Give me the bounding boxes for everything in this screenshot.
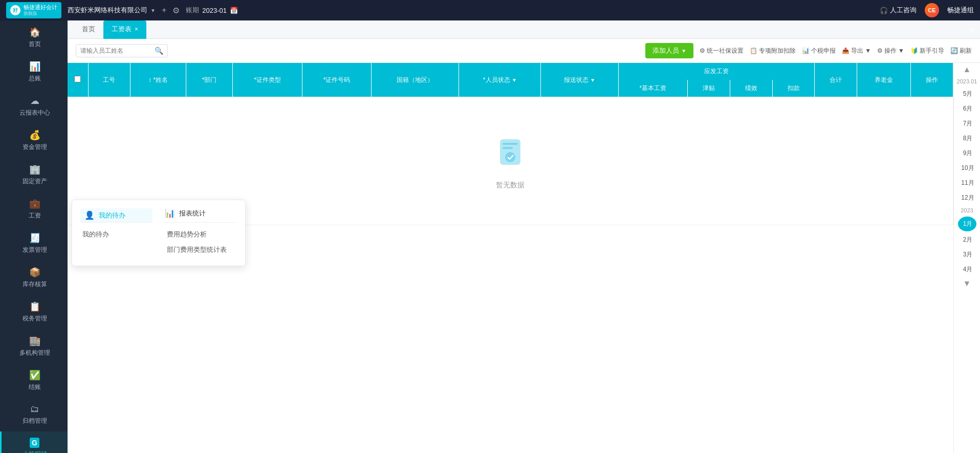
invoice-icon: 🧾 — [29, 232, 40, 244]
report-status-header: 报送状态 ▼ — [541, 63, 618, 97]
month-item-1[interactable]: 1月 — [958, 217, 976, 231]
multi-org-icon: 🏬 — [29, 335, 40, 347]
month-item-2[interactable]: 2月 — [954, 232, 980, 247]
settings-button[interactable]: ⚙ — [172, 6, 180, 15]
sidebar-item-label: 发票管理 — [23, 246, 47, 254]
number-header: 工号 — [88, 63, 130, 97]
window-close-button[interactable]: × — [969, 25, 974, 34]
month-item-4[interactable]: 4月 — [954, 262, 980, 277]
guide-button[interactable]: 🔰 新手引导 — [910, 47, 944, 55]
status-filter-icon[interactable]: ▼ — [512, 77, 517, 83]
add-person-button[interactable]: 添加人员 ▼ — [645, 43, 693, 58]
year-2023-label: 2023 — [959, 205, 975, 215]
special-deduction-button[interactable]: 📋 专项附加扣除 — [750, 47, 796, 55]
home-icon: 🏠 — [29, 27, 40, 38]
sidebar-item-fund[interactable]: 💰 资金管理 — [0, 123, 68, 158]
tab-close-icon[interactable]: × — [135, 26, 138, 33]
report-icon: 📊 — [165, 208, 175, 218]
empty-text: 暂无数据 — [496, 181, 525, 190]
personal-tax-button[interactable]: 📊 个税申报 — [802, 47, 836, 55]
tax-icon: 📋 — [29, 301, 40, 312]
popup-column-todo: 👤 我的待办 我的待办 — [80, 208, 153, 257]
tax-report-icon: 📊 — [802, 47, 810, 54]
company-selector[interactable]: 西安虾米网络科技有限公司 ▼ — [68, 6, 156, 15]
help-button[interactable]: 🎧 人工咨询 — [880, 6, 917, 15]
sidebar-item-home[interactable]: 🏠 首页 — [0, 20, 68, 55]
refresh-button[interactable]: 🔄 刷新 — [950, 47, 972, 55]
month-item-8[interactable]: 8月 — [954, 131, 980, 146]
popup-report-title[interactable]: 📊 报表统计 — [165, 208, 237, 223]
month-item-6[interactable]: 6月 — [954, 101, 980, 116]
sidebar-item-cloud-report[interactable]: ☁ 云报表中心 — [0, 89, 68, 123]
month-item-5[interactable]: 5月 — [954, 87, 980, 101]
pension-header: 养老金 — [857, 63, 911, 97]
month-item-11[interactable]: 11月 — [954, 176, 980, 190]
building-icon: 🏢 — [29, 164, 40, 175]
operation-button[interactable]: ⚙ 操作 ▼ — [877, 47, 904, 55]
popup-expense-trend-item[interactable]: 费用趋势分析 — [165, 227, 237, 242]
sidebar-item-expense[interactable]: G 小畅报销 ◀ — [0, 432, 68, 453]
month-item-3[interactable]: 3月 — [954, 247, 980, 262]
top-right: 🎧 人工咨询 CE 畅捷通组 — [880, 3, 974, 17]
deduction-header: 扣款 — [772, 80, 815, 97]
month-item-7[interactable]: 7月 — [954, 116, 980, 131]
export-dropdown-icon: ▼ — [865, 47, 871, 54]
expense-icon: G — [30, 438, 39, 448]
period-value: 2023-01 — [202, 7, 227, 14]
sidebar-item-multi-org[interactable]: 🏬 多机构管理 — [0, 329, 68, 363]
user-name[interactable]: 畅捷通组 — [947, 6, 974, 15]
sidebar-item-invoice[interactable]: 🧾 发票管理 — [0, 226, 68, 261]
popup-column-report: 📊 报表统计 费用趋势分析 部门费用类型统计表 — [165, 208, 237, 257]
base-salary-header: *基本工资 — [618, 80, 688, 97]
svg-rect-2 — [503, 147, 513, 149]
archive-icon: 🗂 — [30, 404, 39, 415]
sidebar-item-label: 多机构管理 — [19, 349, 50, 357]
search-icon[interactable]: 🔍 — [155, 47, 163, 55]
top-bar: 好 畅捷通好会计 旗舰版 西安虾米网络科技有限公司 ▼ + ⚙ 账期 2023-… — [0, 0, 980, 20]
inventory-icon: 📦 — [29, 267, 40, 278]
calendar-icon: 📅 — [230, 7, 238, 14]
search-input[interactable] — [80, 47, 151, 54]
popup-dept-expense-item[interactable]: 部门费用类型统计表 — [165, 242, 237, 257]
add-button[interactable]: + — [162, 6, 166, 15]
export-button[interactable]: 📤 导出 ▼ — [842, 47, 871, 55]
sidebar-item-salary[interactable]: 💼 工资 — [0, 192, 68, 226]
period-label: 账期 — [186, 6, 199, 15]
tab-salary[interactable]: 工资表 × — [103, 20, 146, 39]
company-name: 西安虾米网络科技有限公司 — [68, 6, 147, 15]
guide-icon: 🔰 — [910, 47, 918, 54]
svg-point-3 — [505, 152, 515, 162]
social-security-button[interactable]: ⚙ 统一社保设置 — [700, 47, 744, 55]
logo-area[interactable]: 好 畅捷通好会计 旗舰版 — [6, 2, 61, 18]
year-2023-01-label: 2023.01 — [955, 76, 979, 87]
popup-columns: 👤 我的待办 我的待办 📊 报表统计 费用趋势分析 部门费用类型统计表 — [80, 208, 237, 257]
operation-icon: ⚙ — [877, 47, 883, 54]
svg-rect-1 — [503, 143, 518, 145]
total-header: 合计 — [815, 63, 857, 97]
headset-icon: 🎧 — [880, 7, 888, 14]
tab-home[interactable]: 首页 — [74, 20, 103, 39]
ledger-icon: 📊 — [29, 61, 40, 72]
logo-icon: 好 — [10, 5, 20, 15]
month-up-icon[interactable]: ▲ — [961, 63, 973, 76]
sidebar-item-settle[interactable]: ✅ 结账 — [0, 363, 68, 398]
month-item-9[interactable]: 9月 — [954, 146, 980, 161]
month-down-icon[interactable]: ▼ — [961, 277, 973, 290]
report-status-filter-icon[interactable]: ▼ — [590, 77, 595, 83]
popup-my-todo-item[interactable]: 我的待办 — [80, 227, 153, 242]
sidebar-item-archive[interactable]: 🗂 归档管理 — [0, 398, 68, 432]
name-header: ↕ *姓名 — [130, 63, 186, 97]
popup-todo-title[interactable]: 👤 我的待办 — [80, 208, 153, 223]
sidebar-item-tax[interactable]: 📋 税务管理 — [0, 295, 68, 329]
sidebar-item-label: 云报表中心 — [19, 109, 50, 117]
sidebar-item-fixed-assets[interactable]: 🏢 固定资产 — [0, 158, 68, 192]
nationality-header: 国籍（地区） — [372, 63, 459, 97]
sidebar-item-label: 固定资产 — [23, 177, 47, 186]
select-all-checkbox[interactable] — [74, 76, 81, 82]
month-item-10[interactable]: 10月 — [954, 161, 980, 176]
refresh-icon: 🔄 — [950, 47, 958, 54]
dept-header: *部门 — [186, 63, 232, 97]
month-item-12[interactable]: 12月 — [954, 190, 980, 205]
sidebar-item-ledger[interactable]: 📊 总账 — [0, 55, 68, 89]
sidebar-item-inventory[interactable]: 📦 库存核算 — [0, 261, 68, 295]
